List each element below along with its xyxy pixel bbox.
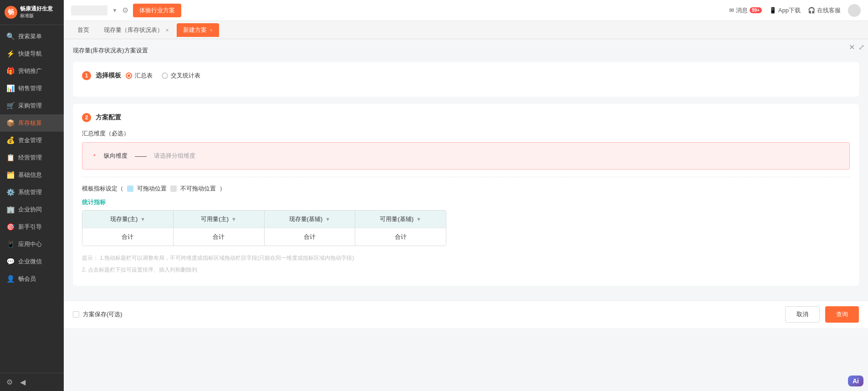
dimension-separator: —— [135, 153, 147, 159]
app-download-link[interactable]: 📱 App下载 [769, 6, 801, 15]
sidebar-nav: 🔍 搜索菜单 ⚡ 快捷导航 🎁 营销推广 📊 销售管理 🛒 采购管理 📦 库存核… [0, 25, 64, 373]
user-avatar[interactable] [848, 4, 861, 17]
sidebar-item-system[interactable]: ⚙️ 系统管理 [0, 184, 64, 201]
tips-section: 提示： 1.拖动标题栏可以调整布局，不可跨维度或指标区域拖动栏目字段(只能在同一… [82, 253, 850, 275]
chevron-1: ▼ [231, 216, 236, 222]
sidebar-bottom: ⚙ ◀ [0, 373, 64, 391]
basic-icon: 🗂️ [6, 171, 15, 179]
topbar-dropdown-arrow[interactable]: ▼ [112, 7, 117, 14]
col-cell-0: 合计 [82, 228, 174, 246]
sidebar-item-search[interactable]: 🔍 搜索菜单 [0, 28, 64, 45]
logo-icon: 畅 [5, 6, 17, 19]
radio-crosstab[interactable]: 交叉统计表 [162, 72, 200, 80]
purchase-icon: 🛒 [6, 102, 15, 110]
system-icon: ⚙️ [6, 188, 15, 196]
sidebar-item-member[interactable]: 👤 畅会员 [0, 270, 64, 288]
cancel-button[interactable]: 取消 [785, 306, 820, 323]
search-icon: 🔍 [6, 32, 15, 41]
required-star: * [93, 153, 96, 159]
main-area: ▼ ⚙ 体验行业方案 ✉ 消息 99+ 📱 App下载 🎧 在线客服 [64, 0, 868, 391]
step2-badge: 2 [82, 113, 91, 122]
save-checkbox[interactable] [73, 311, 79, 318]
chevron-0: ▼ [140, 216, 145, 222]
dimension-box[interactable]: * 纵向维度 —— 请选择分组维度 [82, 142, 850, 170]
step1-badge: 1 [82, 71, 91, 80]
tab-inventory[interactable]: 现存量（库存状况表） × [97, 23, 175, 37]
tab-inventory-close[interactable]: × [166, 27, 168, 33]
template-radio-group: 汇总表 交叉统计表 [126, 72, 200, 80]
tab-home[interactable]: 首页 [71, 23, 96, 37]
app-logo: 畅 畅康通好生意 标准版 [0, 0, 64, 25]
col-cell-3: 合计 [355, 228, 446, 246]
sidebar-item-wechat[interactable]: 💬 企业微信 [0, 253, 64, 270]
online-support-link[interactable]: 🎧 在线客服 [808, 6, 841, 15]
radio-summary-dot [126, 72, 132, 79]
query-button[interactable]: 查询 [825, 306, 859, 323]
not-draggable-badge [170, 185, 177, 192]
sidebar-item-company[interactable]: 🏢 企业协同 [0, 201, 64, 218]
col-header-2[interactable]: 现存量(基辅) ▼ [265, 211, 356, 228]
wechat-icon: 💬 [6, 257, 15, 266]
collapse-icon[interactable]: ◀ [20, 378, 26, 386]
phone-icon: 📱 [769, 7, 776, 14]
member-icon: 👤 [6, 275, 15, 283]
dimension-name: 纵向维度 [104, 152, 128, 160]
sidebar-item-purchase[interactable]: 🛒 采购管理 [0, 97, 64, 114]
content-area: ✕ ⤢ 现存量(库存状况表)方案设置 1 选择模板 汇总表 [64, 39, 868, 391]
close-panel-icon[interactable]: ✕ [849, 43, 855, 51]
col-cell-1: 合计 [174, 228, 265, 246]
topbar-gear-icon[interactable]: ⚙ [122, 6, 128, 15]
divider1 [82, 177, 850, 177]
step2-title: 方案配置 [96, 113, 121, 122]
footer-save[interactable]: 方案保存(可选) [73, 310, 123, 319]
sidebar-item-finance[interactable]: 💰 资金管理 [0, 132, 64, 149]
sidebar-item-basic[interactable]: 🗂️ 基础信息 [0, 166, 64, 184]
logo-text: 畅康通好生意 标准版 [20, 5, 53, 19]
sidebar-item-sales[interactable]: 📊 销售管理 [0, 80, 64, 97]
settings-icon[interactable]: ⚙ [6, 378, 13, 386]
finance-icon: 💰 [6, 136, 15, 144]
stats-title: 统计指标 [82, 198, 850, 206]
chevron-2: ▼ [325, 216, 330, 222]
sidebar-item-newbie[interactable]: 🎯 新手引导 [0, 218, 64, 236]
topbar: ▼ ⚙ 体验行业方案 ✉ 消息 99+ 📱 App下载 🎧 在线客服 [64, 0, 868, 21]
step1-title: 选择模板 [96, 72, 121, 80]
stats-table: 现存量(主) ▼ 可用量(主) ▼ 现存量(基辅) ▼ [82, 210, 446, 246]
footer: 方案保存(可选) 取消 查询 [64, 300, 868, 328]
col-header-1[interactable]: 可用量(主) ▼ [174, 211, 265, 228]
inventory-icon: 📦 [6, 119, 15, 127]
tab-new-plan-close[interactable]: × [209, 27, 212, 33]
topbar-left: ▼ ⚙ 体验行业方案 [71, 4, 181, 17]
sidebar-item-marketing[interactable]: 🎁 营销推广 [0, 62, 64, 80]
management-icon: 📋 [6, 154, 15, 162]
radio-crosstab-dot [162, 72, 168, 79]
apps-icon: 📱 [6, 240, 15, 248]
indicator-settings: 模板指标设定（ 可拖动位置 不可拖动位置 ） 统计指标 现存量(主) [82, 185, 850, 246]
step1-header: 1 选择模板 汇总表 交叉统计表 [82, 71, 850, 80]
col-header-0[interactable]: 现存量(主) ▼ [82, 211, 174, 228]
topbar-right: ✉ 消息 99+ 📱 App下载 🎧 在线客服 [729, 4, 861, 17]
tab-new-plan[interactable]: 新建方案 × [177, 23, 219, 37]
topbar-logo [71, 5, 107, 15]
sidebar-item-quick-nav[interactable]: ⚡ 快捷导航 [0, 45, 64, 62]
sidebar-item-management[interactable]: 📋 经营管理 [0, 149, 64, 166]
ai-badge[interactable]: Ai [848, 376, 863, 386]
sales-icon: 📊 [6, 84, 15, 93]
radio-summary[interactable]: 汇总表 [126, 72, 153, 80]
sidebar-item-apps[interactable]: 📱 应用中心 [0, 236, 64, 253]
messages-badge[interactable]: ✉ 消息 99+ [729, 6, 762, 15]
col-header-3[interactable]: 可用量(基辅) ▼ [355, 211, 446, 228]
message-icon: ✉ [729, 7, 734, 14]
indicator-label: 模板指标设定（ 可拖动位置 不可拖动位置 ） [82, 185, 850, 193]
step2-header: 2 方案配置 [82, 113, 850, 122]
stats-table-row: 合计 合计 合计 合计 [82, 228, 446, 246]
sidebar-item-inventory[interactable]: 📦 库存核算 [0, 114, 64, 132]
headset-icon: 🎧 [808, 7, 815, 14]
page-title: 现存量(库存状况表)方案设置 [73, 46, 859, 55]
expand-panel-icon[interactable]: ⤢ [858, 43, 864, 51]
dimension-placeholder: 请选择分组维度 [154, 152, 195, 160]
trial-button[interactable]: 体验行业方案 [133, 4, 181, 17]
stats-table-header: 现存量(主) ▼ 可用量(主) ▼ 现存量(基辅) ▼ [82, 211, 446, 228]
marketing-icon: 🎁 [6, 67, 15, 75]
col-cell-2: 合计 [265, 228, 356, 246]
